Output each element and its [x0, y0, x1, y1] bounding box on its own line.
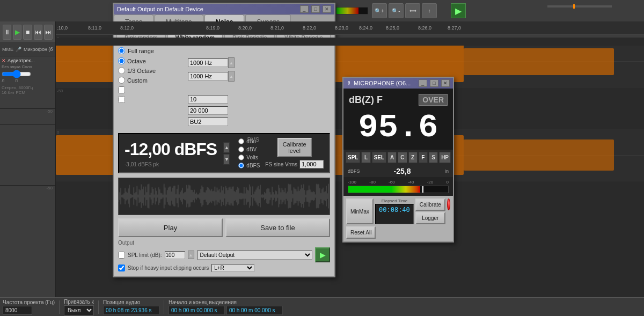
red-circle-indicator[interactable] — [447, 199, 450, 210]
zoom-fit-btn[interactable]: ⟺ — [405, 3, 420, 18]
l-btn[interactable]: L — [361, 152, 370, 163]
track-1-name: Аудиотрек... — [8, 58, 35, 63]
save-to-file-button[interactable]: Save to file — [225, 218, 330, 237]
pause-btn[interactable]: ⏸ — [3, 25, 11, 40]
snap-select[interactable]: Выкл — [64, 305, 94, 315]
ruler-t6: 8:21,0 — [270, 25, 284, 31]
field2-input[interactable] — [188, 106, 228, 115]
gen-minimize-btn[interactable]: _ — [300, 5, 309, 13]
fs-sine-input[interactable] — [299, 160, 324, 168]
spl-input[interactable] — [165, 251, 185, 259]
selection-end-input[interactable] — [226, 306, 283, 315]
over-badge: OVER — [419, 94, 448, 106]
rms-label: RMS — [247, 137, 259, 143]
s-btn[interactable]: S — [429, 152, 438, 163]
vu-close-btn[interactable]: ✕ — [441, 79, 450, 87]
z-btn[interactable]: Z — [408, 152, 418, 163]
level-up-btn[interactable]: ▲ — [223, 142, 230, 153]
gen-play-btn[interactable]: ▶ — [315, 247, 330, 262]
bar-l4: -40 — [408, 180, 414, 185]
rate-input[interactable] — [3, 306, 32, 315]
dbfs-row: dBFS -25,8 In — [343, 165, 453, 177]
channel-select[interactable]: L+R — [211, 264, 254, 272]
ruler-t12: 8:27,0 — [448, 25, 461, 31]
freq2-scroll[interactable]: ▲ — [228, 71, 235, 82]
freq2-input[interactable] — [188, 72, 228, 80]
output-select[interactable]: Default Output — [197, 251, 312, 260]
pk-value: -3,01 dBFS pk — [125, 161, 159, 167]
play-btn[interactable]: ▶ — [13, 25, 21, 40]
wave-canvas — [119, 178, 330, 215]
f-btn[interactable]: F — [419, 152, 428, 163]
sel-btn[interactable]: SEL — [372, 152, 386, 163]
ruler-t9: 8:24,0 — [359, 25, 372, 31]
dbfs-radio[interactable] — [239, 163, 244, 168]
stop-clip-checkbox[interactable] — [118, 264, 125, 271]
zoom-track-btn[interactable]: ↕ — [422, 3, 437, 18]
calibrate-btn[interactable]: Calibratelevel — [277, 138, 312, 157]
track-format: Стерео, 8000Гц16-бит PCM — [2, 85, 54, 95]
spl-spin[interactable]: ▲ — [188, 251, 194, 259]
dbu-radio[interactable] — [239, 138, 244, 144]
checkbox-row-2 — [118, 96, 182, 103]
l-meter — [336, 7, 368, 14]
daw-play-btn[interactable]: ▶ — [451, 3, 466, 18]
stop-btn[interactable]: ■ — [23, 25, 32, 40]
field3-input[interactable] — [188, 117, 228, 126]
freq1-row: ▲ — [188, 57, 330, 68]
bar-marker — [422, 186, 423, 193]
check2[interactable] — [118, 96, 125, 103]
octave-label: Octave — [127, 58, 170, 64]
gen-body: Full range Octave 1/3 Octave Custom — [114, 43, 334, 276]
zoom-out-btn[interactable]: 🔍- — [389, 3, 404, 18]
db-marker-50-2: -50 — [46, 186, 53, 190]
play-button[interactable]: Play — [118, 218, 223, 237]
c-btn[interactable]: C — [398, 152, 407, 163]
vu-minimize-btn[interactable]: _ — [419, 79, 427, 87]
spl-btn[interactable]: SPL — [346, 152, 360, 163]
minmax-btn[interactable]: MinMax — [346, 199, 374, 224]
check1[interactable] — [118, 86, 125, 93]
position-input[interactable] — [103, 306, 159, 315]
ruler-t8: 8:23,0 — [335, 25, 348, 31]
ruler-t10: 8:25,0 — [386, 25, 399, 31]
level-down-btn[interactable]: ▼ — [223, 154, 230, 165]
freq1-input[interactable] — [188, 58, 228, 67]
spl-checkbox[interactable] — [118, 252, 125, 259]
field1-input[interactable] — [188, 95, 228, 104]
octave-radio[interactable] — [118, 57, 125, 64]
bar-meter: -100 -80 -60 -40 -20 0 — [343, 177, 453, 196]
bottom-bar: Частота проекта (Гц) Привязать к Выкл По… — [0, 297, 644, 316]
elapsed-display: 00:08:40 — [375, 204, 414, 224]
gen-footer: Play Save to file — [118, 218, 330, 237]
freq1-scroll[interactable]: ▲ — [228, 57, 235, 68]
calibrate-vu-btn[interactable]: Calibrate — [415, 199, 445, 211]
zoom-in-btn[interactable]: 🔍+ — [372, 3, 387, 18]
third-octave-radio[interactable] — [118, 67, 125, 74]
hp-btn[interactable]: HP — [439, 152, 451, 163]
timeline-track — [547, 5, 612, 8]
reset-btn[interactable]: Reset All — [346, 226, 376, 239]
ruler-t3: 8:12,0 — [120, 25, 134, 31]
position-section: Позиция аудио — [103, 299, 159, 315]
vu-maximize-btn[interactable]: □ — [430, 79, 438, 87]
logger-btn[interactable]: Logger — [415, 212, 445, 224]
a-btn[interactable]: A — [387, 152, 397, 163]
gen-close-btn[interactable]: ✕ — [323, 5, 331, 13]
ruler-t11: 8:26,0 — [418, 25, 431, 31]
volume-slider[interactable] — [2, 71, 31, 77]
gen-window-controls: _ □ ✕ — [299, 5, 331, 13]
full-range-radio[interactable] — [118, 47, 125, 54]
dbfs-value: -25,8 — [394, 167, 411, 175]
selection-start-input[interactable] — [169, 306, 225, 315]
custom-row: Custom — [118, 77, 182, 84]
right-toolbar-buttons: 🔍+ 🔍- ⟺ ↕ ▶ — [333, 0, 644, 21]
custom-radio[interactable] — [118, 77, 125, 84]
volts-radio[interactable] — [239, 155, 244, 160]
skip-fwd-btn[interactable]: ⏭ — [44, 25, 53, 40]
unit-dbv: dBV — [238, 146, 257, 153]
track-close[interactable]: ✕ — [2, 58, 6, 63]
gen-maximize-btn[interactable]: □ — [311, 5, 320, 13]
skip-back-btn[interactable]: ⏮ — [34, 25, 42, 40]
dbv-radio[interactable] — [239, 146, 244, 152]
